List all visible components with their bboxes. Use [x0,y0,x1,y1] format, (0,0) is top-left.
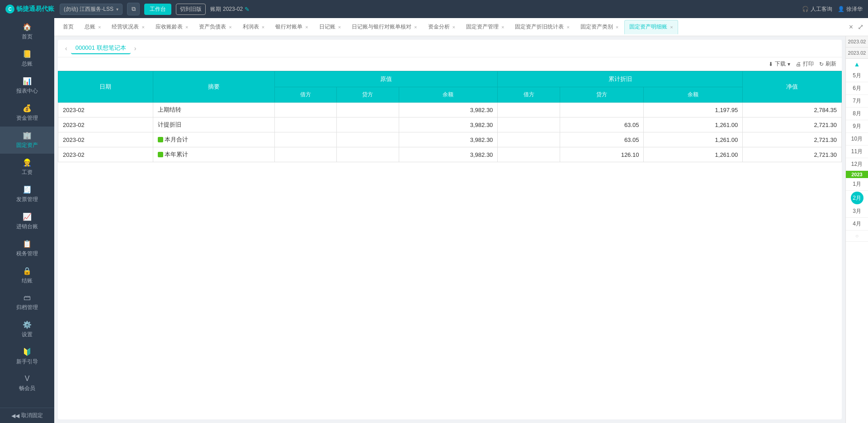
tab-label-profit-tab: 利润表 [243,23,259,31]
sidebar-item-archive[interactable]: 🗃 归档管理 [0,289,54,316]
month-2023-item-1[interactable]: 2月 [851,192,863,204]
tab-bank-voucher-tab[interactable]: 银行对账单× [270,20,313,34]
sidebar-item-settings[interactable]: ⚙️ 设置 [0,316,54,343]
tab-journal-bank-tab[interactable]: 日记账与银行对账单核对× [347,20,422,34]
sidebar-item-capital[interactable]: 💰 资金管理 [0,99,54,127]
unpin-sidebar-button[interactable]: ◀◀ 取消固定 [0,408,54,423]
pin-icon: ◀◀ [11,413,19,419]
sidebar-icon-member: V [25,375,30,383]
user-menu[interactable]: 👤 徐泽华 [838,5,863,13]
tab-close-capital-analysis-tab[interactable]: × [453,24,455,30]
cell-net-value: 2,721.30 [743,132,842,147]
month-bottom: ○ [846,230,868,242]
tab-fixed-detail-tab[interactable]: 固定资产明细账× [624,20,678,34]
sidebar-item-home[interactable]: 🏠 首页 [0,18,54,45]
tab-label-fixed-manage-tab: 固定资产管理 [466,23,499,31]
sidebar-label-member: 畅会员 [19,385,35,392]
right-panel-year-top[interactable]: 2023.02 [846,36,868,47]
sub-tab-label: 000001 联想笔记本 [75,44,126,51]
month-item-2[interactable]: 7月 [846,95,868,108]
tab-close-ledger-tab[interactable]: × [98,24,101,30]
tab-journal-tab[interactable]: 日记账× [314,20,346,34]
tab-label-fixed-detail-tab: 固定资产明细账 [629,23,667,31]
tab-close-fixed-deprec-tab[interactable]: × [566,24,569,30]
prev-sub-tab-button[interactable]: ‹ [63,44,69,53]
sidebar-item-tax[interactable]: 📋 税务管理 [0,235,54,262]
workbench-button[interactable]: 工作台 [144,4,171,15]
tab-close-journal-tab[interactable]: × [338,24,341,30]
sidebar-item-member[interactable]: V 畅会员 [0,370,54,397]
tab-label-journal-tab: 日记账 [319,23,335,31]
tab-label-journal-bank-tab: 日记账与银行对账单核对 [352,23,411,31]
content-area: 首页总账×经营状况表×应收账龄表×资产负债表×利润表×银行对账单×日记账×日记账… [54,18,868,423]
tab-label-ledger-tab: 总账 [85,23,95,31]
month-item-1[interactable]: 6月 [846,82,868,95]
tab-close-balance-tab[interactable]: × [229,24,231,30]
tab-close-fixed-manage-tab[interactable]: × [501,24,504,30]
tab-close-fixed-detail-tab[interactable]: × [670,24,673,30]
table-row: 2023-02 计提折旧 3,982.30 63.05 1,261.00 2,7… [58,118,842,132]
tab-close-fixed-category-tab[interactable]: × [616,24,618,30]
close-tab-button[interactable]: × [848,22,854,32]
tab-bar-actions: × ⤢ [848,22,864,32]
cell-dep-debit [498,103,560,118]
tab-close-receivable-tab[interactable]: × [185,24,188,30]
tab-profit-tab[interactable]: 利润表× [238,20,269,34]
cell-orig-credit [337,118,399,132]
copy-icon[interactable]: ⧉ [127,3,140,15]
cell-net-value: 2,721.30 [743,118,842,132]
month-2023-item-3[interactable]: 4月 [846,218,868,230]
month-item-4[interactable]: 9月 [846,120,868,133]
month-2023-item-2[interactable]: 3月 [846,205,868,218]
tab-home-tab[interactable]: 首页 [58,20,79,34]
cell-dep-debit [498,118,560,132]
sidebar-item-closing[interactable]: 🔒 结账 [0,262,54,289]
next-sub-tab-button[interactable]: › [132,44,138,53]
sidebar-item-fixed-assets[interactable]: 🏢 固定资产 [0,127,54,154]
col-original-value-header: 原值 [274,71,498,87]
sidebar-item-sales[interactable]: 📈 进销台账 [0,208,54,235]
user-service-button[interactable]: 🎧 人工客询 [802,5,832,13]
print-label: 打印 [803,60,814,68]
sub-tab-item[interactable]: 000001 联想笔记本 [71,42,131,54]
tab-close-journal-bank-tab[interactable]: × [414,24,417,30]
tab-balance-tab[interactable]: 资产负债表× [194,20,236,34]
tab-fixed-deprec-tab[interactable]: 固定资产折旧统计表× [510,20,574,34]
print-button[interactable]: 🖨 打印 [796,60,814,68]
tab-fixed-category-tab[interactable]: 固定资产类别× [576,20,623,34]
download-button[interactable]: ⬇ 下载 ▾ [769,60,790,68]
cell-orig-debit [274,103,336,118]
period-edit-icon[interactable]: ✎ [245,6,250,13]
cell-orig-balance: 3,982.30 [399,132,498,147]
maximize-tab-button[interactable]: ⤢ [857,22,864,32]
tab-capital-analysis-tab[interactable]: 资金分析× [423,20,460,34]
tab-close-profit-tab[interactable]: × [262,24,264,30]
cell-orig-balance: 3,982.30 [399,118,498,132]
tab-fixed-manage-tab[interactable]: 固定资产管理× [461,20,509,34]
tab-ledger-tab[interactable]: 总账× [80,20,106,34]
right-panel-year-top2[interactable]: 2023.02 [846,47,868,59]
sidebar-icon-capital: 💰 [23,104,32,113]
company-selector[interactable]: (勿动) 江西服务-LSS ▾ [60,4,123,15]
tab-receivable-tab[interactable]: 应收账龄表× [151,20,193,34]
tab-close-status-tab[interactable]: × [142,24,144,30]
month-2023-item-0[interactable]: 1月 [846,178,868,191]
month-item-0[interactable]: 5月 [846,70,868,82]
right-panel: 2023.022023.02▲5月6月7月8月9月10月11月12月20231月… [845,36,868,423]
up-arrow-icon[interactable]: ▲ [846,59,868,70]
sidebar-item-ledger[interactable]: 📒 总账 [0,45,54,72]
month-item-5[interactable]: 10月 [846,133,868,146]
refresh-button[interactable]: ↻ 刷新 [819,60,836,68]
cell-orig-debit [274,118,336,132]
month-item-6[interactable]: 11月 [846,146,868,158]
switch-version-button[interactable]: 切到旧版 [176,4,206,15]
tab-close-bank-voucher-tab[interactable]: × [305,24,308,30]
sidebar-item-guide[interactable]: 🔰 新手引导 [0,343,54,370]
sidebar-item-reports[interactable]: 📊 报表中心 [0,72,54,99]
month-item-3[interactable]: 8月 [846,108,868,120]
sidebar-item-wages[interactable]: 👷 工资 [0,154,54,181]
cell-date: 2023-02 [58,147,153,162]
month-item-7[interactable]: 12月 [846,158,868,171]
tab-status-tab[interactable]: 经营状况表× [107,20,149,34]
sidebar-item-invoice[interactable]: 🧾 发票管理 [0,181,54,208]
